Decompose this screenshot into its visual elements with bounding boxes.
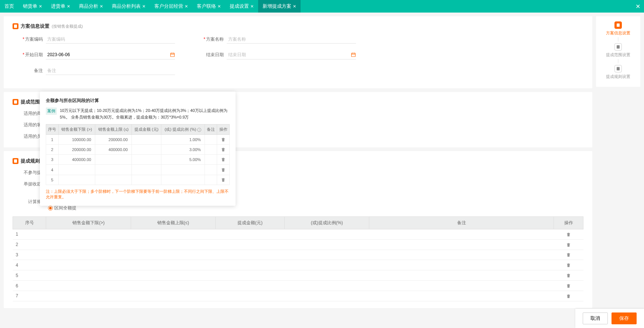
start-date-label: *开始日期: [13, 52, 46, 58]
nav-icon: [616, 66, 620, 71]
tab-close-icon[interactable]: ✕: [142, 0, 145, 13]
delete-icon[interactable]: [221, 147, 226, 152]
tt-col-header: 销售金额上限 (≤): [95, 124, 131, 135]
section-icon: [13, 99, 18, 105]
info-icon[interactable]: i: [197, 128, 201, 132]
delete-icon[interactable]: [566, 273, 571, 278]
tt-row: 2200000.00400000.003.00%: [46, 145, 230, 155]
tab-close-icon[interactable]: ✕: [100, 0, 103, 13]
tt-col-header: (或) 提成比例 (%) i: [161, 124, 205, 135]
col-header: 提成金额(元): [215, 217, 285, 229]
tt-row: 4: [46, 165, 230, 175]
delete-icon[interactable]: [221, 137, 226, 142]
tab-close-icon[interactable]: ✕: [185, 0, 188, 13]
example-tag: 案例: [46, 107, 57, 115]
tooltip-title: 全额参与所在区间段的计算: [46, 98, 230, 104]
tt-col-header: 备注: [205, 124, 217, 135]
calendar-icon[interactable]: [170, 52, 175, 57]
tt-col-header: 销售金额下限 (>): [58, 124, 95, 135]
tt-row: 3400000.005.00%: [46, 155, 230, 165]
delete-icon[interactable]: [566, 232, 571, 237]
side-step-1[interactable]: 提成范围设置: [598, 43, 638, 58]
name-input[interactable]: [227, 35, 356, 44]
end-date-input[interactable]: [227, 50, 351, 59]
tab-close-icon[interactable]: ✕: [67, 0, 70, 13]
tab-客户联络[interactable]: 客户联络✕: [192, 0, 225, 13]
table-row[interactable]: 3: [13, 250, 583, 260]
tooltip-table: 序号销售金额下限 (>)销售金额上限 (≤)提成金额 (元)(或) 提成比例 (…: [46, 124, 230, 185]
table-row[interactable]: 2: [13, 239, 583, 250]
col-header: 销售金额下限(>): [46, 217, 131, 229]
rules-table: 序号销售金额下限(>)销售金额上限(≤)提成金额(元)(或)提成比例(%)备注操…: [13, 216, 583, 301]
tab-close-icon[interactable]: ✕: [250, 0, 254, 13]
col-header: 序号: [13, 217, 46, 229]
remark-input[interactable]: [46, 66, 175, 75]
example-tooltip: 全额参与所在区间段的计算 案例 10万元以下无提成；10-20万元提成比例为1%…: [40, 92, 236, 206]
table-row[interactable]: 1: [13, 229, 583, 240]
side-step-0[interactable]: 方案信息设置: [598, 21, 638, 36]
tab-close-icon[interactable]: ✕: [293, 0, 296, 13]
delete-icon[interactable]: [566, 294, 571, 299]
col-header: 备注: [369, 217, 554, 229]
tt-col-header: 序号: [46, 124, 59, 135]
section-icon: [13, 23, 18, 29]
side-step-2[interactable]: 提成规则设置: [598, 65, 638, 79]
nav-icon: [616, 45, 620, 49]
code-label: *方案编码: [13, 36, 46, 42]
tab-bar: 首页销货单✕进货单✕商品分析✕商品分析列表✕客户分层经营✕客户联络✕提成设置✕新…: [0, 0, 644, 13]
tab-商品分析列表[interactable]: 商品分析列表✕: [107, 0, 150, 13]
start-date-input[interactable]: [46, 50, 170, 59]
close-all-tabs-button[interactable]: ✕: [631, 0, 644, 13]
col-header: 操作: [554, 217, 583, 229]
delete-icon[interactable]: [221, 177, 226, 182]
tab-新增提成方案[interactable]: 新增提成方案✕: [258, 0, 301, 13]
remark-label: 备注: [13, 68, 46, 74]
tab-销货单[interactable]: 销货单✕: [18, 0, 47, 13]
col-header: 销售金额上限(≤): [131, 217, 216, 229]
table-row[interactable]: 5: [13, 270, 583, 281]
delete-icon[interactable]: [566, 263, 571, 268]
delete-icon[interactable]: [566, 283, 571, 288]
example-text: 10万元以下无提成；10-20万元提成比例为1%；20-40万提成比例为3%；4…: [60, 107, 230, 120]
tt-row: 1100000.00200000.001.00%: [46, 135, 230, 145]
tab-进货单[interactable]: 进货单✕: [47, 0, 75, 13]
section-icon: [13, 158, 18, 164]
tab-商品分析[interactable]: 商品分析✕: [75, 0, 107, 13]
tooltip-note: 注：上限必须大于下限；多个阶梯时，下一个阶梯下限要等于前一阶梯上限；不同行之间下…: [46, 189, 230, 200]
tab-客户分层经营[interactable]: 客户分层经营✕: [150, 0, 192, 13]
tab-提成设置[interactable]: 提成设置✕: [225, 0, 258, 13]
delete-icon[interactable]: [221, 157, 226, 162]
table-row[interactable]: 7: [13, 291, 583, 301]
section-title: 方案信息设置: [21, 23, 49, 30]
tt-col-header: 操作: [217, 124, 230, 135]
delete-icon[interactable]: [566, 252, 571, 257]
radio-区间全额提[interactable]: 区间全额提: [48, 205, 76, 211]
tab-close-icon[interactable]: ✕: [39, 0, 42, 13]
calendar-icon[interactable]: [351, 52, 356, 57]
end-date-label: 结束日期: [193, 52, 227, 58]
table-row[interactable]: 4: [13, 260, 583, 270]
tab-close-icon[interactable]: ✕: [217, 0, 221, 13]
nav-icon: [616, 23, 620, 27]
name-label: *方案名称: [193, 36, 227, 42]
section-plan-info: 方案信息设置 (按销售金额提成) *方案编码 *方案名称 *开始日期: [4, 16, 592, 88]
col-header: (或)提成比例(%): [285, 217, 369, 229]
tab-首页[interactable]: 首页: [0, 0, 18, 13]
section-subtitle: (按销售金额提成): [52, 24, 83, 29]
tt-row: 5: [46, 175, 230, 185]
side-nav: 方案信息设置┊提成范围设置┊提成规则设置: [596, 16, 640, 87]
delete-icon[interactable]: [566, 242, 571, 247]
code-input[interactable]: [46, 35, 175, 44]
bottom-bar: 取消 保存: [575, 309, 644, 312]
tt-col-header: 提成金额 (元): [131, 124, 161, 135]
delete-icon[interactable]: [221, 167, 226, 172]
table-row[interactable]: 6: [13, 281, 583, 291]
